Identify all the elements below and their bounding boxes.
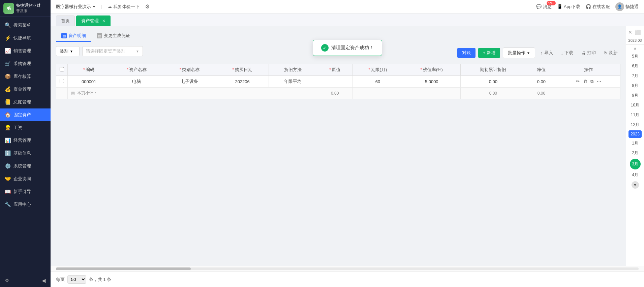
delete-icon[interactable]: 🗑 <box>583 79 587 84</box>
month-item-10[interactable]: 10月 <box>626 100 644 110</box>
sidebar-item-label: 固定资产 <box>13 112 31 118</box>
sidebar-item-operations[interactable]: 📊 经营管理 <box>0 134 51 147</box>
app-subtitle: 普及版 <box>16 8 40 13</box>
pagination-bar: 每页 50 10 20 100 条，共 1 条 <box>51 272 644 287</box>
month-item-5[interactable]: 5月 <box>626 52 644 61</box>
payroll-icon: 👷 <box>5 125 11 131</box>
tab-asset-management[interactable]: 资产管理 ✕ <box>76 15 111 26</box>
row-checkbox-cell[interactable] <box>56 76 68 88</box>
experience-btn[interactable]: ☁ 我要体验一下 <box>108 4 140 10</box>
tab-close-icon[interactable]: ✕ <box>102 19 105 23</box>
online-service-btn[interactable]: 🎧 在线客服 <box>586 4 610 10</box>
app-title: 畅捷通好业财 <box>16 3 40 8</box>
sidebar-header: 畅 畅捷通好业财 普及版 <box>0 0 51 17</box>
subtotal-initial-dep: 0.00 <box>460 88 526 99</box>
success-toast: ✓ 清理固定资产成功！ <box>313 40 382 56</box>
sidebar-item-label: 采购管理 <box>13 61 31 67</box>
app-download-btn[interactable]: 📱 App下载 <box>557 4 580 10</box>
month-item-8[interactable]: 8月 <box>626 81 644 91</box>
col-name: *资产名称 <box>110 64 163 76</box>
col-period: *期限(月) <box>353 64 403 76</box>
month-item-9[interactable]: 9月 <box>626 91 644 100</box>
scroll-bar-thumb[interactable] <box>56 267 191 270</box>
company-selector[interactable]: 医疗器械行业演示 ▼ <box>56 4 96 10</box>
sidebar-item-search[interactable]: 🔍 搜索菜单 <box>0 19 51 32</box>
category-value-filter[interactable]: 请选择固定资产类别 ▼ <box>82 46 143 56</box>
month-item-12[interactable]: 12月 <box>626 120 644 130</box>
sidebar-item-inventory[interactable]: 📦 库存核算 <box>0 70 51 83</box>
sidebar-item-ledger[interactable]: 📒 总账管理 <box>0 96 51 108</box>
message-icon: 💬 <box>536 4 542 9</box>
messages-btn[interactable]: 💬 消息 99+ <box>536 4 552 10</box>
right-panel-scroll-up[interactable]: ▲ <box>626 45 644 52</box>
sidebar-item-app-center[interactable]: 🔧 应用中心 <box>0 198 51 211</box>
batch-button[interactable]: 批量操作 ▼ <box>503 47 535 58</box>
topbar-separator: | <box>101 4 102 9</box>
refresh-button[interactable]: ↻ 刷新 <box>601 48 620 58</box>
sales-icon: 📈 <box>5 48 11 54</box>
print-button[interactable]: 🖨 打印 <box>579 48 599 58</box>
collapse-icon[interactable]: ◀ <box>42 278 46 284</box>
month-item-2[interactable]: 2月 <box>626 148 644 158</box>
basic-info-icon: ℹ️ <box>5 150 11 156</box>
month-item-11[interactable]: 11月 <box>626 110 644 120</box>
sidebar-item-purchase[interactable]: 🛒 采购管理 <box>0 57 51 70</box>
sidebar-item-guide[interactable]: 📖 新手引导 <box>0 185 51 198</box>
import-icon: ↑ <box>541 51 543 56</box>
right-panel-scroll-down[interactable]: ▼ <box>632 181 639 189</box>
username: 畅捷通 <box>625 4 639 10</box>
sidebar-item-basic-info[interactable]: ℹ️ 基础信息 <box>0 147 51 160</box>
dui-zhang-button[interactable]: 对账 <box>457 48 476 58</box>
month-item-1[interactable]: 1月 <box>626 138 644 148</box>
new-button[interactable]: + 新增 <box>478 48 500 58</box>
messages-badge: 99+ <box>547 1 556 5</box>
per-page-select[interactable]: 50 10 20 100 <box>67 275 86 284</box>
sub-tab-asset-detail[interactable]: ▤ 资产明细 <box>56 30 91 42</box>
batch-dropdown-icon: ▼ <box>527 51 530 55</box>
sidebar-item-label: 资金管理 <box>13 86 31 92</box>
right-panel-expand-icon[interactable]: ⬜ <box>634 28 642 36</box>
sidebar-item-fixed-assets[interactable]: 🏠 固定资产 <box>0 108 51 121</box>
edit-icon[interactable]: ✏ <box>576 79 580 84</box>
subtotal-net: 0.00 <box>526 88 557 99</box>
sidebar-item-collab[interactable]: 🤝 企业协同 <box>0 172 51 185</box>
select-all-checkbox[interactable] <box>60 67 64 71</box>
copy-icon[interactable]: ⧉ <box>590 79 593 84</box>
year-item-2023[interactable]: 2023 <box>628 130 642 138</box>
category-placeholder: 请选择固定资产类别 <box>86 48 125 54</box>
settings-icon[interactable]: ⚙ <box>5 278 9 284</box>
funds-icon: 💰 <box>5 86 11 92</box>
scroll-bar-track <box>56 267 639 270</box>
sidebar-item-funds[interactable]: 💰 资金管理 <box>0 83 51 96</box>
cell-code: 000001 <box>68 76 110 88</box>
col-initial-dep: 期初累计折旧 <box>460 64 526 76</box>
topbar-settings-icon[interactable]: ⚙ <box>145 3 150 10</box>
month-item-3-active[interactable]: 3月 <box>630 159 641 169</box>
sidebar-nav: 🔍 搜索菜单 ⚡ 快捷导航 📈 销售管理 🛒 采购管理 📦 库存核算 💰 资金管… <box>0 17 51 274</box>
voucher-icon: ▤ <box>97 33 102 38</box>
scroll-bar-wrap <box>51 266 644 272</box>
sub-tab-voucher[interactable]: ▤ 变更生成凭证 <box>91 30 135 42</box>
month-item-4[interactable]: 4月 <box>626 170 644 180</box>
cell-action: ✏ 🗑 ⧉ ⋯ <box>557 76 620 88</box>
import-button[interactable]: ↑ 导入 <box>538 48 556 58</box>
category-filter[interactable]: 类别 ▼ <box>56 46 80 56</box>
app-logo: 畅 <box>3 3 14 14</box>
more-icon[interactable]: ⋯ <box>597 79 601 84</box>
month-item-6[interactable]: 6月 <box>626 61 644 71</box>
month-item-7[interactable]: 7月 <box>626 71 644 81</box>
download-button[interactable]: ↓ 下载 <box>558 48 576 58</box>
sidebar-item-label: 总账管理 <box>13 99 31 105</box>
sidebar-item-quick-nav[interactable]: ⚡ 快捷导航 <box>0 32 51 44</box>
row-checkbox[interactable] <box>60 79 64 83</box>
user-btn[interactable]: 👤 畅捷通 <box>615 2 639 11</box>
sidebar-item-system[interactable]: ⚙️ 系统管理 <box>0 160 51 172</box>
select-all-cell[interactable] <box>56 64 68 76</box>
search-icon: 🔍 <box>5 22 11 28</box>
sidebar-item-sales[interactable]: 📈 销售管理 <box>0 44 51 57</box>
tab-home[interactable]: 首页 <box>56 15 75 26</box>
inventory-icon: 📦 <box>5 73 11 79</box>
sidebar-item-payroll[interactable]: 👷 工资 <box>0 121 51 134</box>
right-panel-close-icon[interactable]: ✕ <box>627 28 634 36</box>
right-panel-controls: ✕ ⬜ <box>626 28 644 37</box>
